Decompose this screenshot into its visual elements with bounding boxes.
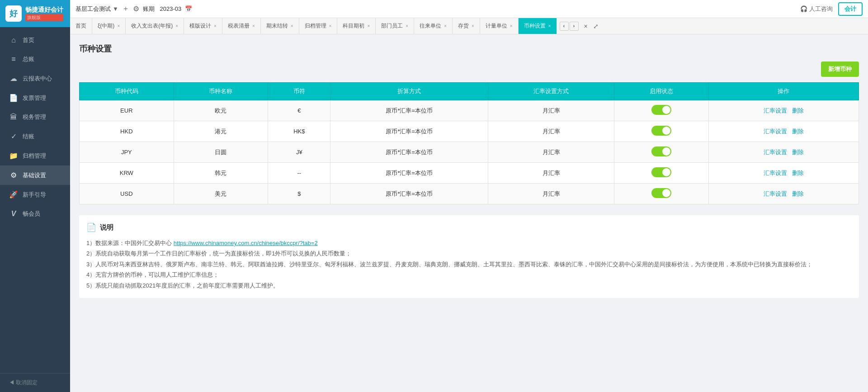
cell-code: HKD [80,121,174,142]
tab-income[interactable]: 收入支出表(年报) × [126,18,184,34]
cell-name: 港元 [174,121,268,142]
sidebar-item-label: 总账 [23,55,34,63]
cell-status [614,100,709,121]
account-button[interactable]: 会计 [838,2,863,16]
status-toggle[interactable] [651,105,671,115]
tab-close-icon[interactable]: × [444,24,447,28]
cell-method: 原币*汇率=本位币 [330,163,488,184]
sidebar-item-ledger[interactable]: ≡ 总账 [0,50,70,69]
rate-setting-link[interactable]: 汇率设置 [764,190,787,197]
sidebar-item-home[interactable]: ⌂ 首页 [0,31,70,50]
sidebar-item-archive[interactable]: 📁 归档管理 [0,146,70,165]
action-bar: 新增币种 [79,61,859,77]
sidebar-item-member[interactable]: V 畅会员 [0,204,70,223]
tab-prev-button[interactable]: ‹ [560,22,569,31]
rate-setting-link[interactable]: 汇率设置 [764,107,787,114]
rate-setting-link[interactable]: 汇率设置 [764,149,787,156]
notes-item: 3）人民币对马来西亚林吉特、俄罗斯卢布、南非兰特、韩元、阿联酋迪拉姆、沙特里亚尔… [86,259,852,269]
cell-rate-type: 月汇率 [488,163,614,184]
tab-template[interactable]: 模版设计 × [184,18,222,34]
tab-close-icon[interactable]: × [175,24,178,28]
invoice-icon: 📄 [9,94,18,102]
sidebar-item-label: 结账 [23,132,34,141]
cell-rate-type: 月汇率 [488,121,614,142]
sidebar-item-label: 新手引导 [23,191,46,199]
add-currency-button[interactable]: 新增币种 [821,61,859,77]
tab-currency[interactable]: 币种设置 × [519,18,557,34]
help-button[interactable]: 🎧 人工咨询 [800,5,833,13]
period-value: 2023-03 [160,5,182,12]
tab-label: 税表清册 [228,22,250,30]
tab-close-icon[interactable]: × [291,24,293,28]
cell-actions: 汇率设置 删除 [708,184,859,204]
main-area: 基层工会测试 ▼ ＋ ⚙ 账期 2023-03 📅 🎧 人工咨询 会计 首页 ξ… [70,0,868,392]
status-toggle[interactable] [651,188,671,198]
notes-external-link[interactable]: https://www.chinamoney.com.cn/chinese/bk… [174,240,318,246]
status-toggle[interactable] [651,167,671,177]
sidebar-item-label: 归档管理 [23,152,46,160]
delete-link[interactable]: 删除 [792,170,804,176]
sidebar-item-tax[interactable]: 🏛 税务管理 [0,108,70,127]
tab-archive[interactable]: 归档管理 × [299,18,338,34]
tab-tax[interactable]: 税表清册 × [222,18,261,34]
delete-link[interactable]: 删除 [792,128,804,135]
sidebar-nav: ⌂ 首页 ≡ 总账 ☁ 云报表中心 📄 发票管理 🏛 税务管理 ✓ 结账 📁 归… [0,27,70,373]
tab-inventory[interactable]: 存货 × [453,18,480,34]
sidebar-pin-toggle[interactable]: ◀ 取消固定 [0,373,70,392]
settings-icon: ⚙ [9,171,18,179]
sidebar-item-label: 云报表中心 [23,75,52,83]
delete-link[interactable]: 删除 [792,190,804,197]
expand-button[interactable]: ⤢ [590,23,601,30]
sidebar-item-guide[interactable]: 🚀 新手引导 [0,185,70,204]
topbar: 基层工会测试 ▼ ＋ ⚙ 账期 2023-03 📅 🎧 人工咨询 会计 [70,0,868,18]
sidebar-item-settings[interactable]: ⚙ 基础设置 [0,165,70,185]
tab-unit[interactable]: 计量单位 × [480,18,519,34]
tab-close-icon[interactable]: × [406,24,408,28]
tab-close-icon[interactable]: × [367,24,370,28]
ledger-icon: ≡ [9,55,18,63]
tab-close-icon[interactable]: × [214,24,217,28]
tab-close-icon[interactable]: × [252,24,255,28]
sidebar-item-invoice[interactable]: 📄 发票管理 [0,88,70,108]
delete-link[interactable]: 删除 [792,149,804,156]
help-label: 人工咨询 [809,5,833,13]
tab-close-icon[interactable]: × [510,24,513,28]
workspace-dropdown-icon[interactable]: ▼ [113,5,118,12]
sidebar-item-reports[interactable]: ☁ 云报表中心 [0,69,70,88]
workspace-settings-icon[interactable]: ⚙ [133,5,139,13]
notes-icon: 📄 [86,222,96,232]
period-calendar-icon[interactable]: 📅 [185,5,192,12]
status-toggle[interactable] [651,146,671,156]
tab-close-icon[interactable]: × [329,24,332,28]
tab-period-end[interactable]: 期末结转 × [261,18,299,34]
rate-setting-link[interactable]: 汇率设置 [764,170,787,176]
tab-label: 期末结转 [266,22,288,30]
tab-label: 币种设置 [524,22,546,30]
cell-method: 原币*汇率=本位币 [330,121,488,142]
tab-dept[interactable]: 部门员工 × [376,18,414,34]
close-all-tabs-button[interactable]: × [581,23,590,30]
cell-status [614,121,709,142]
delete-link[interactable]: 删除 [792,107,804,114]
tab-partners[interactable]: 往来单位 × [414,18,453,34]
notes-item: 1）数据来源：中国外汇交易中心 https://www.chinamoney.c… [86,238,852,248]
tab-period[interactable]: ξ(中期) × [92,18,126,34]
cell-symbol: € [268,100,330,121]
tab-close-icon[interactable]: × [548,24,551,28]
add-workspace-button[interactable]: ＋ [122,4,129,14]
tab-home[interactable]: 首页 [70,18,92,34]
tab-close-icon[interactable]: × [472,24,474,28]
rate-setting-link[interactable]: 汇率设置 [764,128,787,135]
tax-icon: 🏛 [9,113,18,121]
tab-label: 模版设计 [189,22,211,30]
tab-close-icon[interactable]: × [117,24,120,28]
cell-actions: 汇率设置 删除 [708,142,859,163]
status-toggle[interactable] [651,126,671,136]
tab-subjects[interactable]: 科目期初 × [337,18,376,34]
tab-next-button[interactable]: › [570,22,579,31]
cell-symbol: $ [268,184,330,204]
cell-code: EUR [80,100,174,121]
sidebar-item-settle[interactable]: ✓ 结账 [0,127,70,146]
content-area: 币种设置 新增币种 币种代码 币种名称 币符 折算方式 汇率设置方式 启用状态 … [70,34,868,392]
period-display: 账期 2023-03 📅 [143,5,192,13]
